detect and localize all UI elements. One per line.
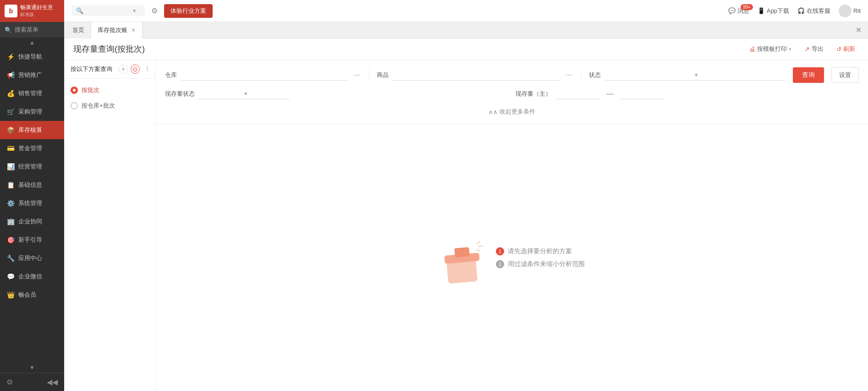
collapse-panel-icon[interactable]: 《 <box>143 65 149 73</box>
sidebar-item-enterprise[interactable]: 🏢 企业协同 <box>0 212 64 231</box>
stock-qty-to[interactable] <box>619 88 665 99</box>
sidebar-item-label: 经营管理 <box>18 163 42 171</box>
enterprise-icon: 🏢 <box>6 217 15 226</box>
hint-num-1: 1 <box>496 247 504 255</box>
service-button[interactable]: 🎧 在线客服 <box>797 7 830 15</box>
topbar-dropdown-icon[interactable]: ▾ <box>133 7 136 14</box>
left-panel-header: 按以下方案查询 ＋ ⊙ 《 <box>64 60 155 79</box>
hint-text-2: 用过滤条件来缩小分析范围 <box>508 260 585 268</box>
query-button[interactable]: 查询 <box>793 67 824 83</box>
stock-qty-from[interactable] <box>555 88 601 99</box>
page-header-actions: 🖨 按模板打印 ▾ ↗ 导出 ↺ 刷新 <box>745 43 859 55</box>
filter-area: 仓库 ··· 商品 ··· 状态 <box>156 60 868 125</box>
warehouse-label: 仓库 <box>165 71 177 79</box>
page-title: 现存量查询(按批次) <box>73 43 145 54</box>
refresh-button[interactable]: ↺ 刷新 <box>833 43 859 55</box>
collapse-conditions-button[interactable]: ∧∧ 收起更多条件 <box>165 105 859 117</box>
topbar: 🔍 ▾ ⚙ 体验行业方案 💬 消息 99+ 📱 App下载 🎧 在线客服 Rit <box>64 0 868 22</box>
sidebar-item-basic[interactable]: 📋 基础信息 <box>0 176 64 194</box>
settings-icon[interactable]: ⚙ <box>6 378 13 386</box>
member-icon: 👑 <box>6 291 15 299</box>
dropdown-arrow-icon[interactable]: ▾ <box>789 46 791 52</box>
sidebar-item-member[interactable]: 👑 畅会员 <box>0 286 64 304</box>
user-menu[interactable]: Rit <box>839 5 861 17</box>
svg-line-4 <box>478 246 483 247</box>
plan-dot-filled <box>71 87 78 94</box>
left-panel: 按以下方案查询 ＋ ⊙ 《 按批次 <box>64 60 156 391</box>
svg-rect-2 <box>454 247 470 258</box>
purchase-icon: 🛒 <box>6 108 15 116</box>
refresh-label: 刷新 <box>843 45 855 53</box>
wechat-icon: 💬 <box>6 272 15 281</box>
status-dropdown-icon: ▾ <box>695 71 783 78</box>
topbar-right: 💬 消息 99+ 📱 App下载 🎧 在线客服 Rit <box>728 5 861 17</box>
topbar-search-input[interactable] <box>85 8 131 14</box>
sidebar-item-wechat[interactable]: 💬 企业微信 <box>0 267 64 286</box>
tab-close-icon[interactable]: ✕ <box>131 27 136 33</box>
tab-inventory-batch[interactable]: 库存批次账 ✕ <box>91 22 143 38</box>
quick-nav-icon: ⚡ <box>6 53 15 61</box>
topbar-gear-icon[interactable]: ⚙ <box>149 5 159 17</box>
left-panel-icons: ＋ ⊙ 《 <box>119 65 149 74</box>
page-body: 按以下方案查询 ＋ ⊙ 《 按批次 <box>64 60 868 391</box>
sidebar-item-system[interactable]: ⚙️ 系统管理 <box>0 194 64 212</box>
sidebar-item-purchase[interactable]: 🛒 采购管理 <box>0 103 64 121</box>
sales-icon: 💰 <box>6 89 15 98</box>
stock-status-label: 现存量状态 <box>165 90 195 98</box>
right-panel: 仓库 ··· 商品 ··· 状态 <box>156 60 868 391</box>
sidebar-item-label: 库存核算 <box>18 126 42 134</box>
settings-button[interactable]: 设置 <box>831 67 859 83</box>
tabs-close-all-button[interactable]: ✕ <box>851 26 866 34</box>
sidebar-item-quick-nav[interactable]: ⚡ 快捷导航 <box>0 48 64 66</box>
topbar-search-area[interactable]: 🔍 ▾ <box>71 5 145 16</box>
warehouse-input[interactable] <box>181 70 348 81</box>
system-icon: ⚙️ <box>6 199 15 207</box>
filter-row-1: 仓库 ··· 商品 ··· 状态 <box>165 67 859 83</box>
sidebar-scroll-up[interactable]: ▲ <box>0 38 64 48</box>
service-label: 在线客服 <box>807 7 830 15</box>
sidebar-item-inventory[interactable]: 📦 库存核算 <box>0 121 64 139</box>
sidebar-scroll-down[interactable]: ▼ <box>0 363 64 373</box>
plan-item-batch[interactable]: 按批次 <box>64 82 155 98</box>
appstore-icon: 🔧 <box>6 254 15 262</box>
goods-label: 商品 <box>377 71 389 79</box>
sidebar-item-appstore[interactable]: 🔧 应用中心 <box>0 249 64 267</box>
goods-input[interactable] <box>392 70 560 81</box>
filter-row-2: 现存量状态 ▾ 现存量（主） — <box>165 88 859 99</box>
newbie-icon: 🎯 <box>6 236 15 244</box>
export-icon: ↗ <box>804 45 810 53</box>
export-button[interactable]: ↗ 导出 <box>801 43 827 55</box>
basic-icon: 📋 <box>6 181 15 189</box>
collapse-sidebar-icon[interactable]: ◀◀ <box>47 378 58 386</box>
sidebar-search[interactable]: 🔍 搜索菜单 <box>0 22 64 38</box>
status-select[interactable]: ▾ <box>604 70 786 81</box>
stock-status-select[interactable]: ▾ <box>198 88 290 99</box>
sidebar-item-finance[interactable]: 💳 资金管理 <box>0 139 64 157</box>
message-button[interactable]: 💬 消息 99+ <box>728 7 749 15</box>
sidebar-item-label: 快捷导航 <box>18 53 42 61</box>
sidebar-item-newbie[interactable]: 🎯 新手引导 <box>0 231 64 249</box>
add-plan-icon[interactable]: ＋ <box>119 65 128 74</box>
warehouse-dots[interactable]: ··· <box>352 71 362 79</box>
sidebar-item-operations[interactable]: 📊 经营管理 <box>0 157 64 176</box>
sidebar-header: b 畅康通好生意 标准版 <box>0 0 64 22</box>
tab-home[interactable]: 首页 <box>66 22 91 38</box>
app-download-button[interactable]: 📱 App下载 <box>758 7 789 15</box>
stock-qty-dash: — <box>604 90 615 98</box>
sidebar-item-sales[interactable]: 💰 销售管理 <box>0 84 64 103</box>
user-avatar <box>839 5 852 17</box>
plan-list: 按批次 按仓库+批次 <box>64 79 155 391</box>
template-print-button[interactable]: 🖨 按模板打印 ▾ <box>745 43 795 55</box>
filter-divider-2 <box>581 69 582 81</box>
sidebar-item-marketing[interactable]: 📢 营销推广 <box>0 66 64 84</box>
sidebar-logo: b <box>5 5 17 17</box>
settings-plan-icon[interactable]: ⊙ <box>131 65 140 74</box>
sidebar-menu: ⚡ 快捷导航 📢 营销推广 💰 销售管理 🛒 采购管理 📦 库存核算 💳 资金管… <box>0 48 64 363</box>
plan-item-label: 按批次 <box>82 86 99 94</box>
plan-dot-inner <box>73 89 76 92</box>
sidebar-item-label: 资金管理 <box>18 144 42 152</box>
plan-item-warehouse-batch[interactable]: 按仓库+批次 <box>64 98 155 114</box>
trial-button[interactable]: 体验行业方案 <box>164 4 213 18</box>
sidebar-item-label: 应用中心 <box>18 254 42 262</box>
goods-dots[interactable]: ··· <box>564 71 573 79</box>
